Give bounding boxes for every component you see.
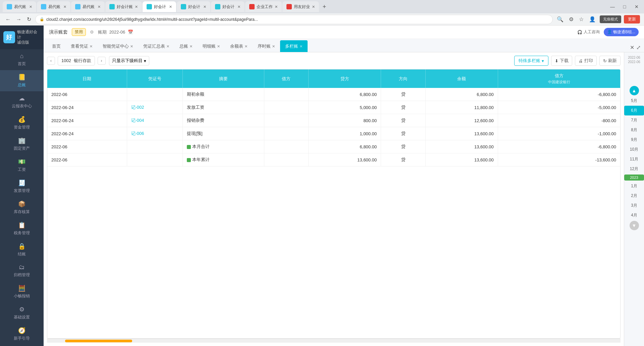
url-bar[interactable]: 🔒 cloud2.chanjet.com/accounting/uh26t264… — [35, 15, 553, 24]
tab-close-smart-voucher[interactable]: ✕ — [130, 44, 133, 49]
voucher-link[interactable]: 记-004 — [131, 118, 144, 123]
collapse-icon[interactable]: ✕ — [630, 44, 634, 51]
tab-close-6[interactable]: ✕ — [203, 5, 206, 9]
back-button[interactable]: ← — [4, 15, 12, 24]
sidebar-item-member[interactable]: 👑 畅会员 — [0, 345, 44, 346]
tab-voucher-summary[interactable]: 凭证汇总表 ✕ — [138, 40, 174, 52]
tab-general-ledger[interactable]: 总账 ✕ — [174, 40, 198, 52]
browser-tab-7[interactable]: 好会计 ✕ — [211, 1, 245, 12]
month-item-2023-1[interactable]: 1月 — [624, 181, 644, 191]
minimize-button[interactable]: — — [608, 2, 617, 11]
prev-account-button[interactable]: ‹ — [47, 57, 55, 65]
print-button[interactable]: 🖨 打印 — [575, 56, 597, 66]
tab-close-balance[interactable]: ✕ — [245, 44, 248, 49]
refresh-ledger-button[interactable]: ↻ 刷新 — [599, 56, 621, 66]
tab-detail-ledger[interactable]: 明细账 ✕ — [198, 40, 225, 52]
sidebar-item-archive[interactable]: 🗂 归档管理 — [0, 260, 44, 281]
tab-close-detail-ledger[interactable]: ✕ — [217, 44, 220, 49]
tab-voucher-view[interactable]: 查看凭证 ✕ — [66, 40, 98, 52]
month-item-12[interactable]: 12月 — [624, 164, 644, 174]
download-button[interactable]: ⬇ 下载 — [551, 56, 572, 66]
scroll-thumb[interactable] — [65, 340, 132, 342]
month-item-7[interactable]: 7月 — [624, 115, 644, 125]
close-browser-button[interactable]: ✕ — [632, 2, 641, 11]
sidebar-item-expense[interactable]: 🧮 小畅报销 — [0, 281, 44, 302]
tab-close-5[interactable]: ✕ — [169, 5, 172, 9]
month-item-2023-4[interactable]: 4月 — [624, 210, 644, 220]
tab-balance[interactable]: 余额表 ✕ — [225, 40, 253, 52]
expand-icon[interactable]: ⤢ — [636, 44, 641, 51]
month-item-11[interactable]: 11月 — [624, 154, 644, 164]
sidebar-item-settings[interactable]: ⚙ 基础设置 — [0, 302, 44, 324]
cell-direction: 贷 — [381, 153, 426, 166]
sidebar-label-expense: 小畅报销 — [14, 293, 30, 299]
month-item-2023-3[interactable]: 3月 — [624, 201, 644, 210]
new-tab-button[interactable]: + — [320, 2, 329, 11]
browser-tab-9[interactable]: 用友好业 ✕ — [282, 1, 319, 12]
sidebar-item-guide[interactable]: 🧭 新手引导 — [0, 324, 44, 345]
sidebar-item-inventory[interactable]: 📦 库存核算 — [0, 197, 44, 218]
no-trace-button[interactable]: 无痕模式 — [600, 15, 621, 23]
sidebar-item-invoice[interactable]: 🧾 发票管理 — [0, 176, 44, 197]
browser-tab-2[interactable]: 易代账 ✕ — [37, 1, 70, 12]
sidebar-item-salary[interactable]: 💵 工资 — [0, 155, 44, 176]
tab-close-multi-col[interactable]: ✕ — [300, 44, 303, 49]
browser-tab-1[interactable]: 易代账 ✕ — [3, 1, 36, 12]
tab-multi-col[interactable]: 多栏账 ✕ — [280, 40, 308, 52]
tab-close-8[interactable]: ✕ — [275, 5, 278, 9]
tab-close-journal[interactable]: ✕ — [272, 44, 275, 49]
special-multi-col-button[interactable]: 特殊多栏账 ▾ — [514, 56, 548, 66]
tab-close-general-ledger[interactable]: ✕ — [190, 44, 193, 49]
voucher-link[interactable]: 记-002 — [131, 105, 144, 110]
browser-tab-8[interactable]: 企业工作 ✕ — [245, 1, 282, 12]
calendar-icon[interactable]: 📅 — [128, 30, 133, 35]
tab-home[interactable]: 首页 — [47, 40, 66, 52]
profile-icon[interactable]: 👤 — [588, 15, 597, 24]
sidebar-item-close[interactable]: 🔒 结账 — [0, 239, 44, 260]
browser-tab-3[interactable]: 易代账 ✕ — [71, 1, 105, 12]
refresh-browser-button[interactable]: ↻ — [25, 15, 33, 24]
sidebar-item-ledger[interactable]: 📒 总账 — [0, 70, 44, 91]
month-item-9[interactable]: 9月 — [624, 135, 644, 145]
scroll-up-button[interactable]: ▲ — [630, 86, 639, 95]
browser-tab-4[interactable]: 好会计账 ✕ — [105, 1, 142, 12]
tab-close-9[interactable]: ✕ — [312, 5, 315, 9]
tab-close-3[interactable]: ✕ — [98, 5, 101, 9]
cell-balance: 11,800.00 — [425, 101, 498, 114]
update-button[interactable]: 更新 — [624, 15, 640, 23]
sidebar-item-cloud-report[interactable]: ☁ 云报表中心 — [0, 91, 44, 112]
sidebar-item-fixed-asset[interactable]: 🏢 固定资产 — [0, 134, 44, 155]
bookmark-icon[interactable]: ☆ — [578, 15, 585, 24]
tab-smart-voucher[interactable]: 智能凭证中心 ✕ — [98, 40, 138, 52]
tab-close-1[interactable]: ✕ — [29, 5, 32, 9]
extensions-icon[interactable]: ⚙ — [568, 15, 575, 24]
month-item-10[interactable]: 10月 — [624, 145, 644, 154]
month-item-6[interactable]: 6月 — [624, 106, 644, 115]
settings-gear-icon[interactable]: ⚙ — [90, 30, 94, 35]
search-icon[interactable]: 🔍 — [555, 15, 565, 24]
tab-close-2[interactable]: ✕ — [63, 5, 66, 9]
month-item-8[interactable]: 8月 — [624, 125, 644, 135]
sidebar-item-home[interactable]: ⌂ 首页 — [0, 49, 44, 70]
tab-close-voucher-summary[interactable]: ✕ — [166, 44, 169, 49]
browser-tab-5[interactable]: 好会计 ✕ — [143, 1, 176, 12]
tab-close-4[interactable]: ✕ — [135, 5, 138, 9]
consult-button[interactable]: 🎧 人工咨询 — [577, 29, 600, 35]
horizontal-scrollbar[interactable] — [47, 339, 621, 343]
scroll-down-button[interactable]: ▼ — [630, 221, 639, 230]
month-item-5[interactable]: 5月 — [624, 96, 644, 106]
tab-close-voucher-view[interactable]: ✕ — [90, 44, 93, 49]
forward-button[interactable]: → — [15, 15, 23, 24]
cell-debit — [264, 127, 309, 140]
tab-close-7[interactable]: ✕ — [237, 5, 240, 9]
month-item-2023-2[interactable]: 2月 — [624, 191, 644, 201]
next-account-button[interactable]: › — [98, 57, 106, 65]
sidebar-item-tax[interactable]: 📋 税务管理 — [0, 218, 44, 239]
user-avatar[interactable]: 👤 畅捷通B组... — [604, 28, 639, 36]
tab-journal[interactable]: 序时账 ✕ — [253, 40, 280, 52]
voucher-link[interactable]: 记-006 — [131, 131, 144, 136]
sub-account-filter[interactable]: 只显示下级科目 ▾ — [109, 56, 149, 65]
browser-tab-6[interactable]: 好会计 ✕ — [177, 1, 210, 12]
sidebar-item-fund[interactable]: 💰 资金管理 — [0, 112, 44, 134]
maximize-button[interactable]: □ — [620, 2, 629, 11]
